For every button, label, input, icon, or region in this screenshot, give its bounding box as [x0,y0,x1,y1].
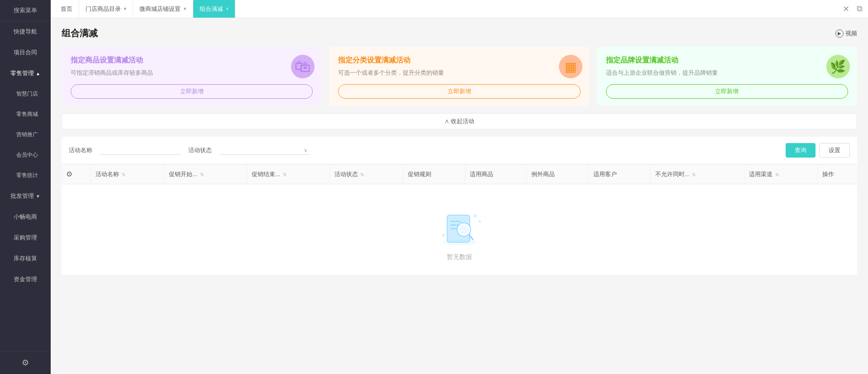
table-body: 暂无数据 [62,184,857,275]
tab-home[interactable]: 首页 [54,0,79,18]
close-window-button[interactable]: ✕ [841,4,851,14]
category-card-add-button[interactable]: 立即新增 [338,84,580,99]
tab-miniapp-settings[interactable]: 微商城店铺设置 × [133,0,193,18]
sidebar-item-retail-stats[interactable]: 零售统计 [0,165,51,186]
sort-activity-name-icon[interactable]: ⇅ [122,172,125,177]
brand-card-desc: 适合与上游企业联合做营销，提升品牌销量 [606,69,848,77]
query-button[interactable]: 查询 [786,143,816,158]
category-icon: ▦ [559,55,582,78]
video-link[interactable]: ▶ 视频 [835,29,857,38]
product-card-add-button[interactable]: 立即新增 [71,84,313,99]
filter-row: 活动名称 活动状态 ∨ 查询 设置 [62,137,857,164]
gear-icon[interactable]: ⚙ [22,358,29,367]
tab-bar: 首页 门店商品目录 × 微商城店铺设置 × 组合满减 × ✕ ⧉ [51,0,868,18]
activity-name-label: 活动名称 [69,146,92,154]
chevron-down-icon: ∨ [304,147,308,153]
th-operation: 操作 [818,164,857,184]
play-icon: ▶ [835,29,844,38]
sidebar-item-project-contract[interactable]: 项目合同 [0,42,51,63]
th-excluded-goods: 例外商品 [527,164,589,184]
content-area: 组合满减 ▶ 视频 指定商品设置满减活动 可指定滞销商品或库存较多商品 🛍 立即… [51,18,868,374]
sidebar-item-quick-nav[interactable]: 快捷导航 [0,21,51,42]
sidebar-item-smart-store[interactable]: 智慧门店 [0,84,51,104]
chevron-up-icon: ▲ [36,71,40,76]
sidebar-search[interactable]: 搜索菜单 [0,0,51,21]
th-applicable-goods: 适用商品 [465,164,527,184]
sort-applicable-channel-icon[interactable]: ⇅ [775,172,779,177]
activity-status-label: 活动状态 [188,146,212,154]
settings-button[interactable]: 设置 [819,143,850,158]
sidebar-item-retail-mall[interactable]: 零售商城 [0,104,51,125]
brand-card-title: 指定品牌设置满减活动 [606,56,848,65]
sidebar-footer: ⚙ [0,351,51,374]
th-activity-name: 活动名称 ⇅ [91,164,164,184]
sidebar-item-fund-mgmt[interactable]: 资金管理 [0,269,51,290]
leaf-icon: 🌿 [826,55,850,78]
collapse-activity-bar[interactable]: ∧ 收起活动 [62,113,857,129]
filter-actions: 查询 设置 [786,143,850,158]
category-card-desc: 可选一个或者多个分类，提升分类的销量 [338,69,580,77]
svg-point-4 [459,225,468,234]
activity-status-select[interactable]: ∨ [219,146,310,155]
th-promo-start: 促销开始... ⇅ [164,164,247,184]
chevron-down-icon: ▼ [36,194,40,199]
page-title: 组合满减 [62,27,98,39]
th-no-overlap: 不允许同时... ⇅ [651,164,744,184]
th-activity-status: 活动状态 ⇅ [329,164,403,184]
table-settings-icon[interactable]: ⚙ [66,170,72,178]
th-settings[interactable]: ⚙ [62,164,91,184]
tab-close-combo-discount[interactable]: × [226,6,229,11]
page-header: 组合满减 ▶ 视频 [62,27,857,39]
sidebar-item-marketing[interactable]: 营销推广 [0,125,51,145]
svg-point-11 [442,234,445,236]
product-activity-card: 指定商品设置满减活动 可指定滞销商品或库存较多商品 🛍 立即新增 [62,47,322,106]
cards-row: 指定商品设置满减活动 可指定滞销商品或库存较多商品 🛍 立即新增 指定分类设置满… [62,47,857,106]
th-promo-end: 促销结束... ⇅ [247,164,330,184]
data-table-wrap: ⚙ 活动名称 ⇅ 促销开始... ⇅ 促销结束... ⇅ [62,164,857,275]
sidebar-item-stock-calc[interactable]: 库存核算 [0,248,51,269]
activity-name-input[interactable] [100,146,181,155]
data-table: ⚙ 活动名称 ⇅ 促销开始... ⇅ 促销结束... ⇅ [62,164,857,275]
product-card-desc: 可指定滞销商品或库存较多商品 [71,69,313,77]
category-activity-card: 指定分类设置满减活动 可选一个或者多个分类，提升分类的销量 ▦ 立即新增 [329,47,589,106]
sidebar: 搜索菜单 快捷导航 项目合同 零售管理 ▲ 智慧门店 零售商城 营销推广 会员中… [0,0,51,374]
tab-close-store-catalog[interactable]: × [124,6,126,11]
empty-text: 暂无数据 [62,253,857,261]
svg-point-9 [473,214,477,218]
tab-close-miniapp-settings[interactable]: × [183,6,186,11]
brand-activity-card: 指定品牌设置满减活动 适合与上游企业联合做营销，提升品牌销量 🌿 立即新增 [597,47,857,106]
brand-card-add-button[interactable]: 立即新增 [606,84,848,99]
sort-promo-end-icon[interactable]: ⇅ [283,172,286,177]
sort-no-overlap-icon[interactable]: ⇅ [692,172,696,177]
sidebar-item-member-center[interactable]: 会员中心 [0,145,51,165]
empty-illustration [434,207,484,248]
tab-actions: ✕ ⧉ [841,4,864,14]
svg-point-10 [479,221,481,223]
sidebar-item-xiaochangec[interactable]: 小畅电商 [0,206,51,227]
tab-combo-discount[interactable]: 组合满减 × [193,0,235,18]
product-card-title: 指定商品设置满减活动 [71,56,313,65]
restore-window-button[interactable]: ⧉ [855,4,864,14]
tab-store-catalog[interactable]: 门店商品目录 × [79,0,133,18]
sidebar-item-wholesale-mgmt[interactable]: 批发管理 ▼ [0,186,51,206]
shopping-bag-icon: 🛍 [291,55,315,78]
sidebar-item-retail-mgmt[interactable]: 零售管理 ▲ [0,63,51,84]
th-applicable-channel: 适用渠道 ⇅ [744,164,817,184]
th-promo-rule: 促销规则 [403,164,465,184]
main-area: 首页 门店商品目录 × 微商城店铺设置 × 组合满减 × ✕ ⧉ 组合满减 ▶ … [51,0,868,374]
sort-activity-status-icon[interactable]: ⇅ [360,172,364,177]
th-applicable-customer: 适用客户 [589,164,651,184]
table-header: ⚙ 活动名称 ⇅ 促销开始... ⇅ 促销结束... ⇅ [62,164,857,184]
category-card-title: 指定分类设置满减活动 [338,56,580,65]
sidebar-item-purchase-mgmt[interactable]: 采购管理 [0,227,51,248]
sort-promo-start-icon[interactable]: ⇅ [200,172,204,177]
